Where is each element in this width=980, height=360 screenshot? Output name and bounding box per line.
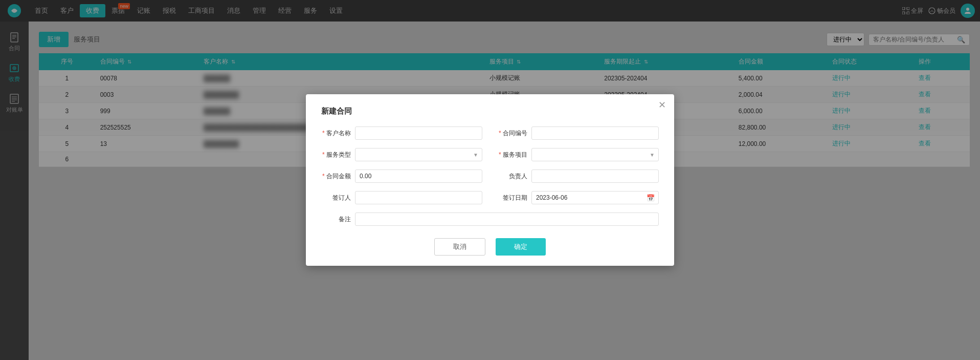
field-contract-amount: 合同金额 bbox=[321, 170, 482, 183]
signer-input[interactable] bbox=[355, 191, 482, 204]
contract-amount-input[interactable] bbox=[355, 170, 482, 183]
sign-date-input-wrap: 📅 bbox=[531, 191, 659, 204]
modal-title: 新建合同 bbox=[321, 107, 659, 116]
service-type-select[interactable] bbox=[355, 148, 482, 161]
new-contract-modal: 新建合同 ✕ 客户名称 合同编号 服务类型 ▼ bbox=[306, 94, 674, 266]
service-type-label: 服务类型 bbox=[321, 151, 351, 159]
signer-label: 签订人 bbox=[321, 194, 351, 202]
field-service-type: 服务类型 ▼ bbox=[321, 148, 482, 161]
cancel-button[interactable]: 取消 bbox=[434, 238, 485, 256]
field-responsible: 负责人 bbox=[498, 170, 659, 183]
contract-no-input[interactable] bbox=[531, 126, 659, 140]
field-sign-date: 签订日期 📅 bbox=[498, 191, 659, 204]
contract-no-label: 合同编号 bbox=[498, 129, 527, 138]
customer-name-input[interactable] bbox=[355, 126, 482, 140]
service-item-label: 服务项目 bbox=[498, 151, 527, 159]
modal-close-button[interactable]: ✕ bbox=[658, 100, 666, 110]
field-signer: 签订人 bbox=[321, 191, 482, 204]
responsible-input[interactable] bbox=[531, 170, 659, 183]
field-customer-name: 客户名称 bbox=[321, 126, 482, 140]
confirm-button[interactable]: 确定 bbox=[496, 238, 546, 256]
service-item-select-wrap: ▼ bbox=[531, 148, 659, 161]
modal-overlay: 新建合同 ✕ 客户名称 合同编号 服务类型 ▼ bbox=[0, 0, 980, 360]
field-contract-no: 合同编号 bbox=[498, 126, 659, 140]
responsible-label: 负责人 bbox=[498, 172, 527, 181]
service-type-select-wrap: ▼ bbox=[355, 148, 482, 161]
remarks-label: 备注 bbox=[321, 215, 351, 224]
modal-footer: 取消 确定 bbox=[321, 238, 659, 256]
service-item-select[interactable] bbox=[531, 148, 659, 161]
field-service-item: 服务项目 ▼ bbox=[498, 148, 659, 161]
modal-form: 客户名称 合同编号 服务类型 ▼ 服务项目 bbox=[321, 126, 659, 226]
sign-date-label: 签订日期 bbox=[498, 194, 527, 202]
contract-amount-label: 合同金额 bbox=[321, 172, 351, 181]
customer-name-label: 客户名称 bbox=[321, 129, 351, 138]
field-remarks: 备注 bbox=[321, 213, 659, 226]
remarks-input[interactable] bbox=[355, 213, 659, 226]
sign-date-input[interactable] bbox=[531, 191, 659, 204]
